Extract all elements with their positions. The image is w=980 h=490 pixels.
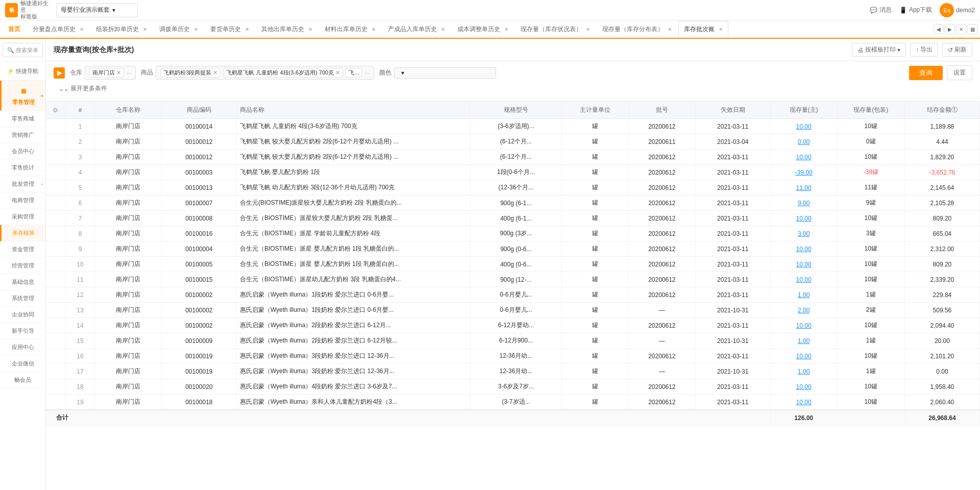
- tab-more-btn[interactable]: ▦: [967, 24, 977, 34]
- sidebar-item-system[interactable]: 系统管理: [0, 290, 45, 307]
- remove-product-tag-2[interactable]: ✕: [335, 69, 340, 76]
- row-qty[interactable]: 10.00: [770, 241, 837, 257]
- row-num: 2: [65, 134, 94, 150]
- expand-filters-btn[interactable]: ⌄⌄ 展开更多条件: [54, 82, 972, 95]
- query-btn[interactable]: 查询: [909, 66, 943, 80]
- tab-8[interactable]: 成本调整单历史 ✕: [452, 21, 514, 37]
- chevron-down-icon-color: ▾: [401, 69, 404, 77]
- row-qty[interactable]: 10.00: [770, 379, 837, 395]
- remove-product-tag-1[interactable]: ✕: [213, 69, 217, 76]
- print-btn[interactable]: 🖨 按模板打印 ▾: [852, 43, 906, 57]
- product-selector[interactable]: 飞鹤奶粉3段两提装 ✕ 飞鹤星飞帆 儿童奶粉 4段(3-6岁适用) 700克 ✕…: [156, 66, 374, 80]
- close-tab-7[interactable]: ✕: [441, 27, 445, 32]
- row-code: 00100002: [161, 303, 236, 318]
- row-warehouse: 南岸门店: [95, 165, 162, 180]
- tab-1[interactable]: 分量盘点单历史 ✕: [27, 21, 89, 37]
- row-spec: (12-36个月...: [470, 180, 562, 195]
- column-settings-icon[interactable]: ⚙: [53, 107, 58, 114]
- table-row: 11 南岸门店 00100015 合生元（BIOSTIME）派星幼儿配方奶粉 3…: [46, 272, 980, 287]
- tab-next-btn[interactable]: ▶: [945, 24, 955, 34]
- sidebar-item-finance[interactable]: 资金管理: [0, 241, 45, 258]
- close-tab-5[interactable]: ✕: [308, 27, 312, 32]
- tab-3[interactable]: 调拨单历史 ✕: [154, 21, 204, 37]
- tab-4[interactable]: 要货单历史 ✕: [205, 21, 255, 37]
- tab-home[interactable]: 首页: [3, 21, 26, 37]
- close-tab-1[interactable]: ✕: [80, 27, 84, 32]
- settings-btn[interactable]: 设置: [947, 65, 972, 80]
- tab-6[interactable]: 材料出库单历史 ✕: [319, 21, 381, 37]
- export-btn[interactable]: ↑ 导出: [910, 43, 938, 57]
- table-body: 1 南岸门店 00100014 飞鹤星飞帆 儿童奶粉 4段(3-6岁适用) 70…: [46, 119, 980, 426]
- sidebar-item-membership[interactable]: 畅会员: [0, 372, 45, 388]
- warehouse-tag: 南岸门店 ✕: [89, 68, 124, 78]
- close-tab-3[interactable]: ✕: [194, 27, 198, 32]
- row-checkbox: [46, 333, 65, 349]
- sidebar-item-mall[interactable]: 零售商城: [0, 111, 45, 127]
- tab-2[interactable]: 组装拆卸单历史 ✕: [90, 21, 153, 37]
- quick-nav-btn[interactable]: ⚡ 快捷导航: [0, 64, 45, 78]
- sidebar-item-app-center[interactable]: 应用中心: [0, 339, 45, 356]
- sidebar-item-retail-stats[interactable]: 零售统计: [0, 160, 45, 176]
- row-qty[interactable]: 1.00: [770, 364, 837, 379]
- sidebar-item-marketing[interactable]: 营销推广: [0, 127, 45, 143]
- tab-10[interactable]: 现存量（库存分布表） ✕: [597, 21, 677, 37]
- row-qty[interactable]: 2.00: [770, 303, 837, 318]
- tab-prev-btn[interactable]: ◀: [934, 24, 944, 34]
- row-expire: 2021-03-11: [695, 119, 770, 134]
- row-qty[interactable]: -39.00: [770, 165, 837, 180]
- row-qty[interactable]: 1.00: [770, 333, 837, 349]
- tab-9[interactable]: 现存量（库存状况表） ✕: [515, 21, 596, 37]
- sidebar-item-operations[interactable]: 经营管理: [0, 258, 45, 274]
- row-qty[interactable]: 10.00: [770, 211, 837, 226]
- row-qty[interactable]: 10.00: [770, 272, 837, 287]
- sidebar-item-member[interactable]: 会员中心: [0, 143, 45, 160]
- sidebar-item-guide[interactable]: 新手引导: [0, 323, 45, 339]
- sidebar-item-basic-info[interactable]: 基础信息: [0, 274, 45, 290]
- row-qty[interactable]: 10.00: [770, 257, 837, 272]
- row-qty[interactable]: 10.00: [770, 318, 837, 333]
- close-tab-11[interactable]: ✕: [719, 27, 723, 32]
- row-code: 00100020: [161, 379, 236, 395]
- sidebar-item-wechat[interactable]: 企业微信: [0, 356, 45, 372]
- sidebar-item-retail[interactable]: ▦ 零售管理 ◀: [0, 81, 45, 111]
- close-tab-6[interactable]: ✕: [372, 27, 376, 32]
- close-tab-2[interactable]: ✕: [143, 27, 147, 32]
- close-tab-4[interactable]: ✕: [245, 27, 249, 32]
- color-selector[interactable]: ▾: [394, 67, 496, 79]
- row-qty[interactable]: 9.00: [770, 195, 837, 211]
- close-tab-9[interactable]: ✕: [586, 27, 590, 32]
- tab-close-btn[interactable]: ✕: [956, 24, 966, 34]
- row-qty[interactable]: 10.00: [770, 119, 837, 134]
- tab-11[interactable]: 库存批次账 ✕: [678, 21, 728, 37]
- row-qty[interactable]: 10.00: [770, 349, 837, 364]
- refresh-btn[interactable]: ↺ 刷新: [942, 43, 972, 57]
- row-expire: 2021-03-11: [695, 180, 770, 195]
- row-qty[interactable]: 10.00: [770, 395, 837, 410]
- row-qty[interactable]: 1.00: [770, 287, 837, 303]
- filter-toggle-btn[interactable]: ▶: [54, 67, 65, 79]
- sidebar-item-enterprise[interactable]: 企业协同: [0, 307, 45, 323]
- close-tab-10[interactable]: ✕: [668, 27, 672, 32]
- search-menu-btn[interactable]: 🔍 搜索菜单: [3, 43, 43, 57]
- row-qty[interactable]: 3.00: [770, 226, 837, 241]
- user-area[interactable]: Ea demo2: [940, 3, 975, 17]
- warehouse-selector[interactable]: 南岸门店 ✕ ···: [85, 66, 136, 80]
- summary-total-qty: 126.00: [770, 410, 837, 426]
- app-download-btn[interactable]: 📱 App下载: [899, 6, 932, 14]
- sidebar-item-inventory[interactable]: 库存核算: [0, 225, 45, 241]
- row-qty[interactable]: 10.00: [770, 150, 837, 165]
- col-header-spec: 规格型号: [470, 102, 562, 119]
- account-selector[interactable]: 母婴行业演示账套 ▾: [56, 3, 138, 17]
- messages-btn[interactable]: 💬 消息: [870, 6, 892, 14]
- row-qty[interactable]: 11.00: [770, 180, 837, 195]
- row-checkbox: [46, 379, 65, 395]
- row-expire: 2021-10-31: [695, 364, 770, 379]
- tab-5[interactable]: 其他出库单历史 ✕: [256, 21, 318, 37]
- tab-7[interactable]: 产成品入库单历史 ✕: [382, 21, 451, 37]
- sidebar-item-purchase[interactable]: 采购管理: [0, 209, 45, 225]
- close-tab-8[interactable]: ✕: [504, 27, 508, 32]
- sidebar-item-ecommerce[interactable]: 电商管理: [0, 192, 45, 209]
- remove-warehouse-tag[interactable]: ✕: [116, 69, 121, 76]
- sidebar-item-wholesale[interactable]: 批发管理 ▾: [0, 176, 45, 192]
- row-qty[interactable]: 0.00: [770, 134, 837, 150]
